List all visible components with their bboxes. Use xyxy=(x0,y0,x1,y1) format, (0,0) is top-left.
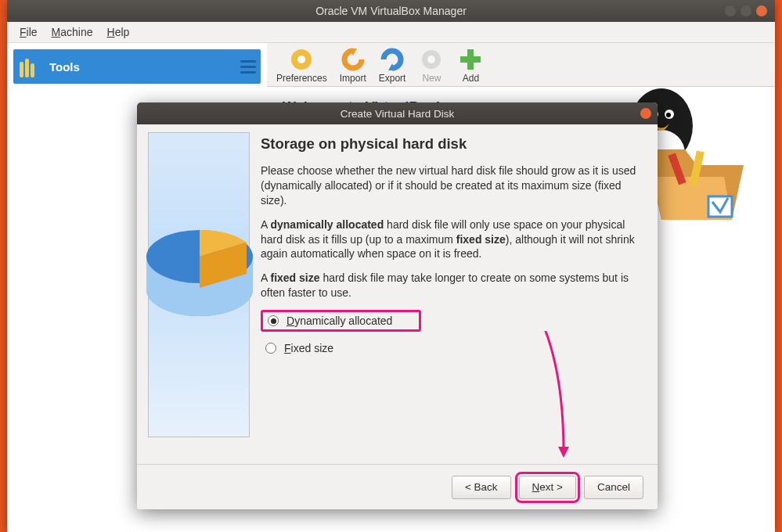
gear-icon xyxy=(288,46,315,73)
toolbar-label: Import xyxy=(340,73,366,84)
dialog-titlebar: Create Virtual Hard Disk xyxy=(137,102,658,124)
export-icon xyxy=(379,46,405,73)
wizard-illustration xyxy=(148,132,250,437)
toolbar-preferences[interactable]: Preferences xyxy=(272,45,332,84)
toolbar-label: Add xyxy=(463,73,479,84)
next-button[interactable]: Next > xyxy=(519,476,576,499)
wizard-para-2: A dynamically allocated hard disk file w… xyxy=(261,217,647,262)
menubar: File Machine Help xyxy=(7,22,775,43)
radio-icon xyxy=(265,343,276,354)
toolbar-import[interactable]: Import xyxy=(335,45,371,84)
toolbar-label: Preferences xyxy=(276,73,327,84)
back-button[interactable]: < Back xyxy=(452,476,511,499)
wizard-para-1: Please choose whether the new virtual ha… xyxy=(261,164,647,208)
list-icon[interactable] xyxy=(240,60,256,74)
svg-rect-5 xyxy=(460,56,481,63)
radio-fixed-size[interactable]: Fixed size xyxy=(261,340,647,357)
create-disk-dialog: Create Virtual Hard Disk Storage on phys… xyxy=(137,102,658,509)
main-titlebar: Oracle VM VirtualBox Manager xyxy=(7,0,775,22)
wizard-para-3: A fixed size hard disk file may take lon… xyxy=(261,271,647,300)
new-icon xyxy=(418,46,445,73)
toolbar-label: New xyxy=(422,73,441,84)
toolbar-label: Export xyxy=(379,73,406,84)
radio-label: Dynamically allocated xyxy=(286,315,392,327)
menu-file[interactable]: File xyxy=(20,26,38,38)
close-icon[interactable] xyxy=(756,5,767,16)
dialog-close-icon[interactable] xyxy=(640,108,651,119)
svg-point-3 xyxy=(427,56,435,63)
toolbar-add[interactable]: Add xyxy=(452,45,488,84)
menu-machine[interactable]: Machine xyxy=(52,26,93,38)
wizard-heading: Storage on physical hard disk xyxy=(261,135,647,153)
minimize-icon[interactable] xyxy=(725,5,736,16)
toolbar-export[interactable]: Export xyxy=(374,45,411,84)
maximize-icon[interactable] xyxy=(741,5,751,16)
sidebar-item-tools[interactable]: Tools xyxy=(13,49,261,84)
import-icon xyxy=(340,46,366,73)
svg-point-1 xyxy=(297,56,305,63)
svg-point-11 xyxy=(666,113,671,117)
menu-help[interactable]: Help xyxy=(107,26,130,38)
cancel-button[interactable]: Cancel xyxy=(584,476,643,499)
dialog-title: Create Virtual Hard Disk xyxy=(137,108,658,120)
add-icon xyxy=(457,46,484,73)
main-window-title: Oracle VM VirtualBox Manager xyxy=(7,5,775,17)
radio-icon xyxy=(268,315,279,326)
radio-dynamically-allocated[interactable]: Dynamically allocated xyxy=(261,310,421,332)
tools-icon xyxy=(20,56,41,77)
toolbar-new: New xyxy=(413,45,449,84)
sidebar-item-label: Tools xyxy=(49,60,80,74)
dialog-footer: < Back Next > Cancel xyxy=(137,464,658,509)
radio-label: Fixed size xyxy=(284,342,333,354)
wizard-content: Storage on physical hard disk Please cho… xyxy=(261,132,647,464)
